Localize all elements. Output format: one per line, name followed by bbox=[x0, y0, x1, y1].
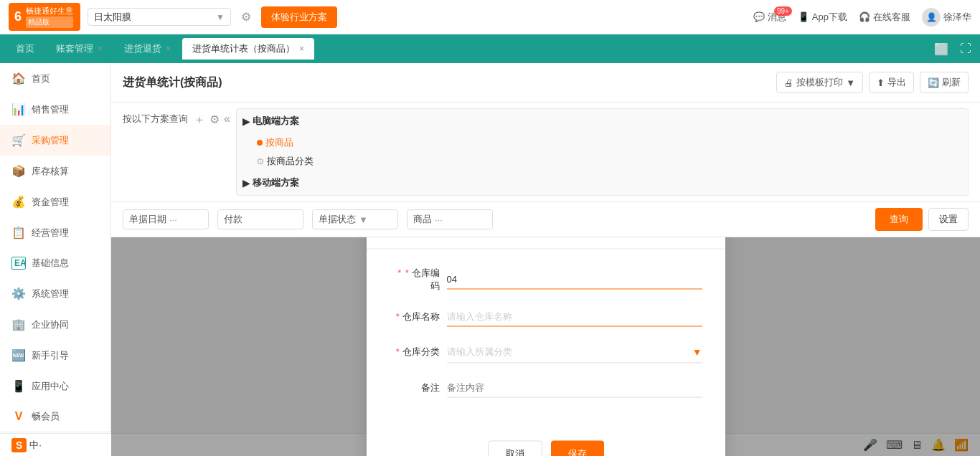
refresh-label: 刷新 bbox=[942, 76, 961, 89]
sidebar-inventory-label: 库存核算 bbox=[32, 165, 69, 178]
filter-area: 按以下方案查询 ＋ ⚙ « ▶ 电脑端方案 按商品 ⊙ bbox=[111, 103, 980, 202]
print-dropdown-arrow[interactable]: ▼ bbox=[846, 77, 855, 88]
online-service-btn[interactable]: 🎧 在线客服 bbox=[859, 11, 910, 24]
table-area: 📦 1 请先选择要分析的方案 2 用[过滤]条件来缩小分析范围 新增仓库 × bbox=[111, 237, 980, 456]
sidebar-item-vip[interactable]: V 畅会员 bbox=[0, 402, 110, 432]
cancel-button[interactable]: 取消 bbox=[488, 440, 542, 456]
headset-icon: 🎧 bbox=[859, 11, 870, 22]
sidebar-item-purchase[interactable]: 🛒 采购管理 bbox=[0, 125, 110, 156]
category-arrow-icon: ▼ bbox=[692, 346, 702, 357]
print-label: 按模板打印 bbox=[796, 76, 843, 89]
tab-accounts-close[interactable]: × bbox=[98, 44, 103, 54]
filter-add-controls: ＋ ⚙ « bbox=[194, 108, 230, 128]
sidebar-item-system[interactable]: ⚙️ 系统管理 bbox=[0, 278, 110, 309]
sidebar-home-label: 首页 bbox=[32, 72, 50, 85]
notes-input[interactable] bbox=[447, 377, 702, 397]
tab-accounts[interactable]: 账套管理 × bbox=[46, 38, 113, 60]
app-download-btn[interactable]: 📱 App下载 bbox=[798, 11, 847, 24]
sidebar-item-newbie[interactable]: 🆕 新手引导 bbox=[0, 340, 110, 371]
tab-purchase-stats-close[interactable]: × bbox=[299, 44, 304, 54]
tab-purchase-return[interactable]: 进货退货 × bbox=[114, 38, 181, 60]
tab-purchase-stats[interactable]: 进货单统计表（按商品） × bbox=[182, 38, 314, 60]
print-button[interactable]: 🖨 按模板打印 ▼ bbox=[776, 72, 863, 93]
active-indicator bbox=[257, 140, 263, 146]
sidebar-apps-label: 应用中心 bbox=[32, 380, 69, 393]
name-input[interactable] bbox=[447, 306, 702, 326]
sidebar-item-inventory[interactable]: 📦 库存核算 bbox=[0, 156, 110, 186]
sidebar-item-sales[interactable]: 📊 销售管理 bbox=[0, 94, 110, 125]
category-select[interactable]: 请输入所属分类 ▼ bbox=[447, 341, 702, 363]
goods-label: 商品 bbox=[413, 213, 432, 226]
filter-collapse-icon[interactable]: « bbox=[224, 113, 230, 128]
mobile-tree-expand-icon[interactable]: ▶ bbox=[242, 178, 250, 189]
sales-icon: 📊 bbox=[11, 103, 26, 116]
trial-button[interactable]: 体验行业方案 bbox=[261, 6, 337, 28]
window-restore-icon[interactable]: ⬜ bbox=[931, 41, 951, 57]
sidebar-item-finance[interactable]: 💰 资金管理 bbox=[0, 186, 110, 217]
page-actions: 🖨 按模板打印 ▼ ⬆ 导出 🔄 刷新 bbox=[776, 72, 969, 93]
payment-select[interactable]: 付款 bbox=[217, 209, 303, 229]
sidebar-sales-label: 销售管理 bbox=[32, 103, 69, 116]
modal-header: 新增仓库 × bbox=[367, 237, 725, 249]
modal-overlay[interactable]: 新增仓库 × * 仓库编码 bbox=[111, 237, 980, 456]
purchase-icon: 🛒 bbox=[11, 133, 26, 147]
category-label-text: 仓库分类 bbox=[402, 346, 440, 357]
search-dropdown-arrow[interactable]: ▼ bbox=[216, 12, 225, 22]
phone-icon: 📱 bbox=[798, 11, 809, 22]
form-row-category: * 仓库分类 请输入所属分类 ▼ bbox=[390, 341, 702, 363]
form-row-name: * 仓库名称 bbox=[390, 306, 702, 326]
content-area: 进货单统计(按商品) 🖨 按模板打印 ▼ ⬆ 导出 🔄 刷新 按以下方案查询 bbox=[111, 63, 980, 456]
form-row-notes: 备注 bbox=[390, 377, 702, 397]
category-icon: ⊙ bbox=[257, 156, 264, 166]
tab-bar: 首页 账套管理 × 进货退货 × 进货单统计表（按商品） × ⬜ ⛶ bbox=[0, 34, 980, 63]
export-label: 导出 bbox=[887, 76, 906, 89]
sidebar-item-operations[interactable]: 📋 经营管理 bbox=[0, 217, 110, 248]
filter-mobile-label: 移动端方案 bbox=[253, 176, 299, 189]
add-filter-icon[interactable]: ＋ bbox=[194, 113, 205, 128]
tree-expand-icon[interactable]: ▶ bbox=[242, 116, 250, 127]
filter-item-goods-label: 按商品 bbox=[265, 136, 293, 149]
status-select[interactable]: 单据状态 ▼ bbox=[312, 209, 398, 229]
messages-btn[interactable]: 💬 消息 99+ bbox=[753, 11, 786, 24]
filter-item-by-goods[interactable]: 按商品 bbox=[257, 133, 962, 152]
save-button[interactable]: 保存 bbox=[551, 440, 604, 456]
goods-select[interactable]: 商品 ··· bbox=[407, 209, 493, 229]
sidebar-item-home[interactable]: 🏠 首页 bbox=[0, 63, 110, 94]
tab-home[interactable]: 首页 bbox=[6, 38, 44, 60]
code-input[interactable] bbox=[447, 269, 702, 289]
payment-label: 付款 bbox=[224, 213, 242, 226]
search-input[interactable] bbox=[94, 11, 216, 22]
finance-icon: 💰 bbox=[11, 195, 26, 209]
tab-accounts-label: 账套管理 bbox=[56, 42, 93, 55]
refresh-icon: 🔄 bbox=[928, 77, 939, 88]
toolbar-actions: 查询 设置 bbox=[875, 208, 969, 231]
sidebar-item-enterprise[interactable]: 🏢 企业协同 bbox=[0, 309, 110, 340]
tab-controls: ⬜ ⛶ bbox=[931, 41, 974, 57]
tab-purchase-return-label: 进货退货 bbox=[124, 42, 161, 55]
export-button[interactable]: ⬆ 导出 bbox=[869, 72, 914, 93]
messages-badge: 99+ bbox=[774, 6, 792, 16]
gear-icon[interactable]: ⚙ bbox=[238, 7, 254, 27]
system-icon: ⚙️ bbox=[11, 287, 26, 300]
sidebar-item-basic-info[interactable]: EA 基础信息 bbox=[0, 248, 110, 278]
enterprise-icon: 🏢 bbox=[11, 318, 26, 331]
sidebar-item-apps[interactable]: 📱 应用中心 bbox=[0, 371, 110, 402]
printer-icon: 🖨 bbox=[784, 77, 793, 88]
voucher-date-select[interactable]: 单据日期 ··· bbox=[123, 209, 209, 229]
form-row-code: * 仓库编码 bbox=[390, 266, 702, 292]
filter-item-by-category[interactable]: ⊙ 按商品分类 bbox=[257, 152, 962, 171]
name-required-mark: * bbox=[396, 310, 400, 321]
refresh-button[interactable]: 🔄 刷新 bbox=[920, 72, 969, 93]
s-logo: S bbox=[11, 438, 27, 452]
bottom-logo: S 中· bbox=[11, 438, 42, 452]
query-button[interactable]: 查询 bbox=[875, 208, 923, 231]
logo-name: 畅捷通好生意 bbox=[26, 6, 73, 16]
settings-button[interactable]: 设置 bbox=[928, 208, 969, 231]
main-layout: 🏠 首页 📊 销售管理 🛒 采购管理 📦 库存核算 💰 资金管理 📋 经营管理 … bbox=[0, 63, 980, 456]
filter-settings-icon[interactable]: ⚙ bbox=[209, 113, 220, 128]
user-area[interactable]: 👤 徐泽华 bbox=[922, 8, 971, 27]
logo-icon: 6 bbox=[14, 9, 22, 24]
sidebar-operations-label: 经营管理 bbox=[32, 227, 69, 239]
tab-purchase-return-close[interactable]: × bbox=[166, 44, 171, 54]
window-maximize-icon[interactable]: ⛶ bbox=[957, 41, 974, 57]
